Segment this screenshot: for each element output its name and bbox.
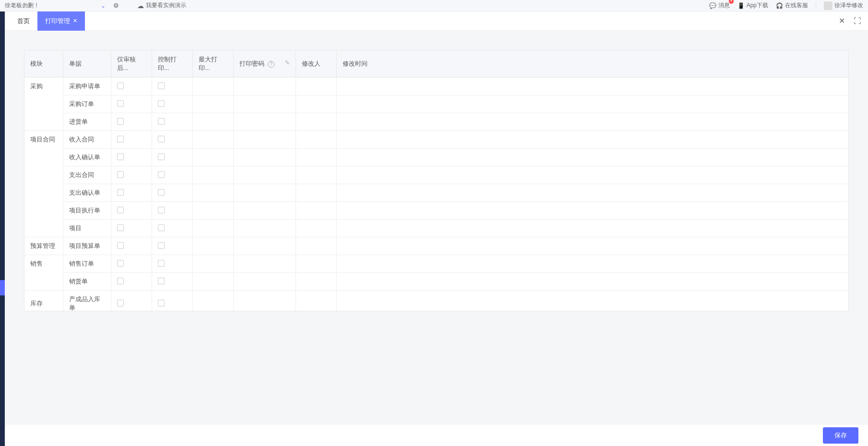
demo-link[interactable]: ☁ 我要看实例演示 — [137, 1, 186, 10]
messages-link[interactable]: 💬 消息 • — [709, 1, 730, 10]
customer-service-label: 在线客服 — [785, 1, 808, 10]
notification-badge: • — [729, 0, 733, 4]
demo-link-label: 我要看实例演示 — [146, 1, 186, 10]
gear-icon[interactable]: ⚙ — [113, 2, 119, 9]
org-dropdown-label[interactable]: 徐老板勿删！ — [5, 1, 39, 10]
chevron-down-icon[interactable]: ⌄ — [101, 2, 106, 9]
cloud-icon: ☁ — [137, 2, 144, 10]
avatar — [824, 1, 832, 10]
customer-service-link[interactable]: 🎧 在线客服 — [776, 1, 808, 10]
tab-home[interactable]: 首页 — [10, 12, 37, 12]
message-icon: 💬 — [709, 2, 716, 9]
divider — [816, 2, 816, 9]
top-bar: 徐老板勿删！ ⌄ ⚙ ☁ 我要看实例演示 💬 消息 • 📱 App下载 🎧 在线… — [0, 0, 868, 12]
user-name: 徐泽华修改 — [834, 1, 863, 10]
app-download-link[interactable]: 📱 App下载 — [737, 1, 768, 10]
app-download-label: App下载 — [747, 1, 768, 10]
tab-print-management[interactable]: 打印管理 ✕ — [37, 12, 85, 12]
phone-icon: 📱 — [737, 2, 745, 9]
user-menu[interactable]: 徐泽华修改 — [824, 1, 863, 10]
topbar-right: 💬 消息 • 📱 App下载 🎧 在线客服 徐泽华修改 — [709, 1, 863, 10]
topbar-left: 徐老板勿删！ ⌄ ⚙ ☁ 我要看实例演示 — [5, 1, 186, 10]
messages-label: 消息 — [718, 1, 730, 10]
headset-icon: 🎧 — [776, 2, 783, 9]
